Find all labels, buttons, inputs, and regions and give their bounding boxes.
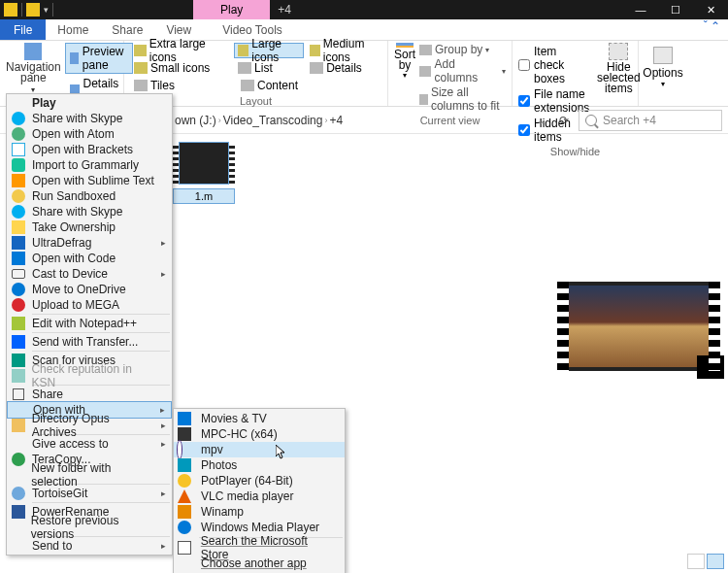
menu-tortoisegit[interactable]: TortoiseGit▸	[7, 486, 172, 501]
preview-pane-button[interactable]: Preview pane	[65, 43, 134, 74]
menu-grammarly[interactable]: Import to Grammarly	[7, 157, 172, 173]
view-list[interactable]: List	[234, 60, 304, 76]
menu-label: Import to Grammarly	[32, 158, 139, 172]
chevron-right-icon: ▸	[161, 439, 166, 449]
checkbox[interactable]	[518, 59, 530, 71]
status-view-buttons	[687, 554, 724, 569]
potplayer-icon	[178, 474, 191, 488]
mpv-icon	[178, 441, 182, 458]
openwith-potplayer[interactable]: PotPlayer (64-Bit)	[174, 473, 345, 489]
tab-home[interactable]: Home	[46, 19, 100, 40]
openwith-photos[interactable]: Photos	[174, 457, 345, 473]
preview-pane-icon	[70, 52, 79, 64]
menu-sandboxed[interactable]: Run Sandboxed	[7, 188, 172, 204]
menu-transfer[interactable]: Send with Transfer...	[7, 334, 172, 350]
menu-ksn: Check reputation in KSN	[7, 368, 172, 384]
view-thumbnails-button[interactable]	[707, 554, 724, 569]
menu-take-ownership[interactable]: Take Ownership	[7, 219, 172, 235]
sort-by-button[interactable]: Sort by▾	[394, 43, 415, 80]
window-title: +4	[270, 3, 299, 17]
address-dropdown[interactable]: ⌄	[532, 114, 549, 127]
item-checkboxes-toggle[interactable]: Item check boxes	[518, 45, 589, 85]
breadcrumb-folder[interactable]: Video_Transcoding	[223, 114, 323, 127]
view-content[interactable]: Content	[237, 78, 309, 93]
menu-mega[interactable]: Upload to MEGA	[7, 297, 172, 313]
menu-label: Send to	[32, 539, 72, 553]
menu-label: Photos	[201, 458, 237, 472]
ribbon-help-icon[interactable]: ˇ ⌃	[696, 19, 728, 40]
menu-give-access[interactable]: Give access to▸	[7, 436, 172, 452]
menu-label: Directory Opus Archives	[32, 412, 154, 439]
search-box[interactable]: Search +4	[579, 110, 722, 131]
menu-open-code[interactable]: Open with Code	[7, 251, 172, 266]
contextual-tab-play[interactable]: Play	[193, 0, 270, 19]
maximize-button[interactable]: ☐	[658, 0, 693, 19]
teracopy-icon	[12, 453, 25, 466]
breadcrumb-drive[interactable]: own (J:)	[175, 114, 216, 127]
file-item[interactable]: 1.m	[173, 142, 235, 204]
view-tiles[interactable]: Tiles	[130, 78, 235, 93]
menu-label: TortoiseGit	[32, 487, 87, 500]
menu-onedrive[interactable]: Move to OneDrive	[7, 282, 172, 297]
layout-label: Small icons	[150, 61, 210, 75]
close-button[interactable]: ✕	[693, 0, 728, 19]
chevron-right-icon[interactable]: ›	[218, 116, 221, 125]
openwith-movies-tv[interactable]: Movies & TV	[174, 411, 345, 426]
notepadpp-icon	[12, 317, 25, 330]
view-medium-icons[interactable]: Medium icons	[306, 43, 381, 58]
openwith-mpv[interactable]: mpv	[174, 442, 345, 457]
menu-label: Move to OneDrive	[32, 283, 126, 296]
chevron-right-icon[interactable]: ›	[324, 116, 327, 125]
menu-label: Give access to	[32, 437, 109, 451]
menu-share[interactable]: Share	[7, 387, 172, 402]
menu-label: UltraDefrag	[32, 236, 91, 250]
layout-icon	[134, 62, 148, 74]
view-large-icons[interactable]: Large icons	[234, 43, 304, 58]
view-details[interactable]: Details	[306, 60, 381, 76]
menu-restore-versions[interactable]: Restore previous versions	[7, 520, 172, 535]
menu-label: Open with Sublime Text	[32, 174, 154, 187]
menu-label: Winamp	[201, 505, 244, 519]
openwith-wmp[interactable]: Windows Media Player	[174, 520, 345, 535]
menu-open-atom[interactable]: Open with Atom	[7, 126, 172, 142]
search-placeholder: Search +4	[603, 114, 656, 127]
ultradefrag-icon	[12, 236, 25, 250]
add-columns-button[interactable]: Add columns ▾	[419, 57, 506, 84]
menu-cast[interactable]: Cast to Device▸	[7, 266, 172, 282]
group-by-button[interactable]: Group by ▾	[419, 43, 506, 56]
minimize-button[interactable]: —	[623, 0, 658, 19]
tab-share[interactable]: Share	[100, 19, 154, 40]
menu-notepad-plus[interactable]: Edit with Notepad++	[7, 316, 172, 331]
menu-dopus[interactable]: Directory Opus Archives▸	[7, 418, 172, 433]
ribbon-group-options: Options ▾	[639, 41, 687, 106]
menu-new-folder-selection[interactable]: New folder with selection	[7, 467, 172, 483]
kaspersky-icon	[12, 369, 25, 383]
dropdown-icon: ▾	[661, 80, 665, 88]
menu-label: Share with Skype	[32, 112, 122, 125]
openwith-ms-store[interactable]: Search the Microsoft Store	[174, 540, 345, 556]
options-icon[interactable]	[653, 47, 673, 64]
menu-play[interactable]: Play	[7, 95, 172, 111]
checkbox[interactable]	[518, 95, 530, 107]
openwith-winamp[interactable]: Winamp	[174, 504, 345, 520]
openwith-vlc[interactable]: VLC media player	[174, 489, 345, 504]
menu-sublime[interactable]: Open with Sublime Text	[7, 173, 172, 188]
view-extra-large-icons[interactable]: Extra large icons	[130, 43, 232, 58]
size-columns-button[interactable]: Size all columns to fit	[419, 85, 506, 113]
winamp-icon	[178, 505, 191, 519]
refresh-button[interactable]: ⟳	[553, 114, 575, 127]
openwith-mpc[interactable]: MPC-HC (x64)	[174, 426, 345, 442]
grammarly-icon	[12, 158, 25, 172]
ownership-icon	[12, 220, 25, 234]
menu-open-brackets[interactable]: Open with Brackets	[7, 142, 172, 157]
tab-file[interactable]: File	[0, 19, 46, 40]
breadcrumb-current[interactable]: +4	[329, 114, 343, 127]
menu-send-to[interactable]: Send to▸	[7, 538, 172, 554]
menu-share-skype-2[interactable]: Share with Skype	[7, 204, 172, 219]
menu-share-skype[interactable]: Share with Skype	[7, 111, 172, 126]
view-details-button[interactable]	[687, 554, 705, 569]
qat-dropdown-icon[interactable]: ▾	[44, 5, 49, 15]
menu-ultradefrag[interactable]: UltraDefrag▸	[7, 235, 172, 251]
separator	[32, 351, 170, 352]
view-small-icons[interactable]: Small icons	[130, 60, 232, 76]
